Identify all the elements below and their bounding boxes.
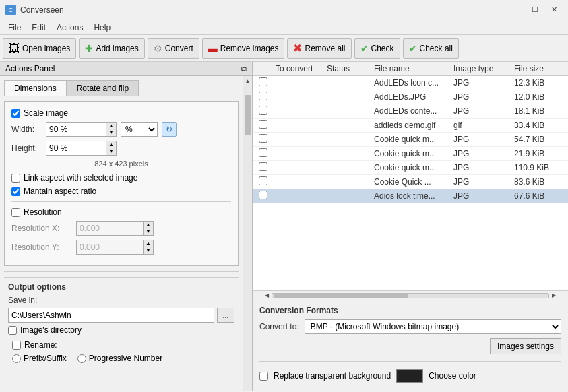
maintain-aspect-checkbox[interactable] bbox=[11, 187, 20, 196]
scale-image-row: Scale image bbox=[11, 108, 231, 118]
resolution-x-label: Resolution X: bbox=[11, 224, 72, 233]
convert-button[interactable]: ⚙ Convert bbox=[148, 38, 199, 59]
check-all-label: Check all bbox=[420, 44, 453, 53]
rename-label: Rename: bbox=[24, 340, 57, 350]
panel-restore-icon[interactable]: ⧉ bbox=[241, 65, 247, 73]
app-icon: C bbox=[5, 5, 16, 15]
scroll-up-arrow[interactable]: ▲ bbox=[243, 76, 253, 86]
maximize-button[interactable]: ☐ bbox=[526, 3, 544, 17]
width-input[interactable] bbox=[46, 122, 106, 137]
width-down-arrow[interactable]: ▼ bbox=[106, 129, 116, 136]
height-input[interactable] bbox=[46, 141, 106, 156]
scroll-thumb[interactable] bbox=[245, 95, 251, 135]
row-checkbox[interactable] bbox=[259, 148, 267, 157]
app-title: Converseen bbox=[20, 5, 64, 15]
radio-row: Prefix/Suffix Progressive Number bbox=[12, 354, 230, 363]
header-status: Status bbox=[327, 64, 374, 73]
resolution-y-input[interactable] bbox=[76, 240, 144, 255]
output-title: Output options bbox=[8, 282, 234, 292]
row-checkbox[interactable] bbox=[259, 162, 267, 171]
height-arrows: ▲ ▼ bbox=[106, 141, 117, 156]
file-list-header: To convert Status File name Image type F… bbox=[253, 62, 568, 76]
remove-images-label: Remove images bbox=[220, 44, 279, 53]
width-up-arrow[interactable]: ▲ bbox=[106, 123, 116, 129]
resolution-y-up[interactable]: ▲ bbox=[144, 240, 153, 247]
unit-select[interactable]: % px cm mm bbox=[121, 122, 158, 137]
menu-bar: File Edit Actions Help bbox=[0, 20, 568, 35]
open-images-button[interactable]: 🖼 Open images bbox=[3, 38, 76, 59]
header-to-convert: To convert bbox=[273, 64, 327, 73]
convert-icon: ⚙ bbox=[154, 43, 162, 54]
resolution-y-down[interactable]: ▼ bbox=[144, 247, 153, 254]
path-input[interactable] bbox=[8, 308, 214, 323]
menu-help[interactable]: Help bbox=[88, 22, 116, 34]
file-list: AddLEDs Icon c... JPG 12.3 KiB AddLEDs.J… bbox=[253, 76, 568, 290]
row-checkbox[interactable] bbox=[259, 191, 267, 199]
row-checkbox[interactable] bbox=[259, 106, 267, 115]
menu-actions[interactable]: Actions bbox=[51, 22, 88, 34]
close-button[interactable]: ✕ bbox=[545, 3, 563, 17]
table-row: Cookie quick m... JPG 110.9 KiB bbox=[253, 161, 568, 175]
width-arrows: ▲ ▼ bbox=[106, 122, 117, 137]
remove-images-button[interactable]: ▬ Remove images bbox=[202, 38, 285, 59]
hscroll-right-arrow[interactable]: ▶ bbox=[549, 292, 559, 298]
remove-all-label: Remove all bbox=[305, 44, 345, 53]
panel-content: Dimensions Rotate and flip Scale image W… bbox=[0, 76, 243, 391]
row-checkbox[interactable] bbox=[259, 92, 267, 100]
scale-image-checkbox[interactable] bbox=[11, 109, 20, 118]
convert-label: Convert bbox=[165, 44, 193, 53]
format-select[interactable]: BMP - (Microsoft Windows bitmap image) J… bbox=[305, 319, 561, 334]
resolution-x-input[interactable] bbox=[76, 221, 144, 236]
replace-transparent-checkbox[interactable] bbox=[259, 372, 268, 381]
prefix-suffix-radio[interactable] bbox=[12, 354, 21, 363]
hscroll-thumb[interactable] bbox=[274, 294, 408, 298]
row-checkbox[interactable] bbox=[259, 134, 267, 143]
header-imagetype: Image type bbox=[453, 64, 514, 73]
row-checkbox[interactable] bbox=[259, 176, 267, 185]
progressive-number-radio[interactable] bbox=[77, 354, 86, 363]
resolution-x-up[interactable]: ▲ bbox=[144, 222, 153, 228]
file-list-container: To convert Status File name Image type F… bbox=[253, 62, 568, 300]
progressive-number-label: Progressive Number bbox=[89, 354, 162, 363]
height-label: Height: bbox=[11, 143, 42, 153]
maintain-aspect-label: Mantain aspect ratio bbox=[24, 187, 96, 196]
height-up-arrow[interactable]: ▲ bbox=[106, 141, 116, 148]
browse-button[interactable]: ... bbox=[217, 308, 234, 323]
maintain-aspect-row: Mantain aspect ratio bbox=[11, 187, 231, 196]
width-label: Width: bbox=[11, 125, 42, 134]
tab-dimensions[interactable]: Dimensions bbox=[4, 80, 67, 96]
images-directory-checkbox[interactable] bbox=[8, 326, 17, 335]
rename-checkbox[interactable] bbox=[12, 341, 21, 350]
check-all-button[interactable]: ✔ Check all bbox=[403, 38, 459, 59]
tab-rotate-flip[interactable]: Rotate and flip bbox=[67, 80, 139, 96]
actions-panel-title: Actions Panel bbox=[5, 64, 55, 73]
resolution-checkbox[interactable] bbox=[11, 208, 20, 217]
hscroll-left-arrow[interactable]: ◀ bbox=[262, 292, 272, 298]
remove-all-button[interactable]: ✖ Remove all bbox=[287, 38, 351, 59]
resolution-x-down[interactable]: ▼ bbox=[144, 228, 153, 235]
menu-file[interactable]: File bbox=[3, 22, 26, 34]
rename-row: Rename: bbox=[12, 340, 230, 350]
left-panel-scrollbar[interactable]: ▲ bbox=[243, 76, 252, 391]
add-images-button[interactable]: ✚ Add images bbox=[79, 38, 144, 59]
resolution-row: Resolution bbox=[11, 207, 231, 217]
minimize-button[interactable]: – bbox=[507, 3, 525, 17]
images-settings-button[interactable]: Images settings bbox=[490, 338, 561, 354]
conversion-formats-title: Conversion Formats bbox=[259, 306, 561, 315]
replace-transparent-label: Replace transparent background bbox=[274, 371, 391, 381]
remove-images-icon: ▬ bbox=[208, 43, 218, 54]
add-images-label: Add images bbox=[96, 44, 138, 53]
height-down-arrow[interactable]: ▼ bbox=[106, 148, 116, 155]
color-swatch[interactable] bbox=[396, 369, 423, 383]
refresh-button[interactable]: ↻ bbox=[162, 122, 177, 137]
check-button[interactable]: ✔ Check bbox=[354, 38, 400, 59]
menu-edit[interactable]: Edit bbox=[26, 22, 51, 34]
path-row: ... bbox=[8, 308, 234, 323]
link-aspect-checkbox[interactable] bbox=[11, 174, 20, 183]
row-checkbox[interactable] bbox=[259, 77, 267, 86]
convert-to-label: Convert to: bbox=[259, 322, 299, 331]
add-images-icon: ✚ bbox=[85, 43, 93, 54]
open-images-icon: 🖼 bbox=[9, 42, 20, 55]
row-checkbox[interactable] bbox=[259, 120, 267, 129]
prefix-suffix-option: Prefix/Suffix bbox=[12, 354, 67, 363]
